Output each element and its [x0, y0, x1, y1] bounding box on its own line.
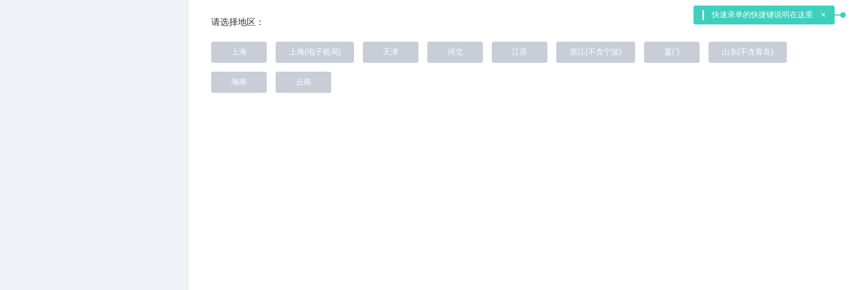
region-button-shanghai-etax[interactable]: 上海(电子税局)	[276, 42, 354, 63]
tooltip-dot	[840, 12, 846, 18]
tooltip-banner: 快速录单的快捷键说明在这里 ×	[694, 6, 835, 24]
region-button-yunnan[interactable]: 云南	[276, 72, 331, 93]
region-button-xiamen[interactable]: 厦门	[644, 42, 700, 63]
tooltip-text: 快速录单的快捷键说明在这里	[712, 10, 813, 20]
region-button-jiangsu[interactable]: 江苏	[492, 42, 547, 63]
region-buttons: 上海上海(电子税局)天津河北江苏浙江(不含宁波)厦门山东(不含青岛)海南云南	[211, 42, 846, 93]
tooltip-close-button[interactable]: ×	[821, 11, 826, 19]
sidebar	[0, 0, 189, 290]
region-button-hebei[interactable]: 河北	[427, 42, 483, 63]
region-button-shanghai[interactable]: 上海	[211, 42, 267, 63]
region-button-tianjin[interactable]: 天津	[363, 42, 418, 63]
region-button-shandong[interactable]: 山东(不含青岛)	[709, 42, 787, 63]
main-content: 请选择地区： 上海上海(电子税局)天津河北江苏浙江(不含宁波)厦门山东(不含青岛…	[189, 0, 868, 290]
tooltip-line	[832, 14, 840, 16]
region-button-zhejiang[interactable]: 浙江(不含宁波)	[556, 42, 635, 63]
region-button-hainan[interactable]: 海南	[211, 72, 267, 93]
